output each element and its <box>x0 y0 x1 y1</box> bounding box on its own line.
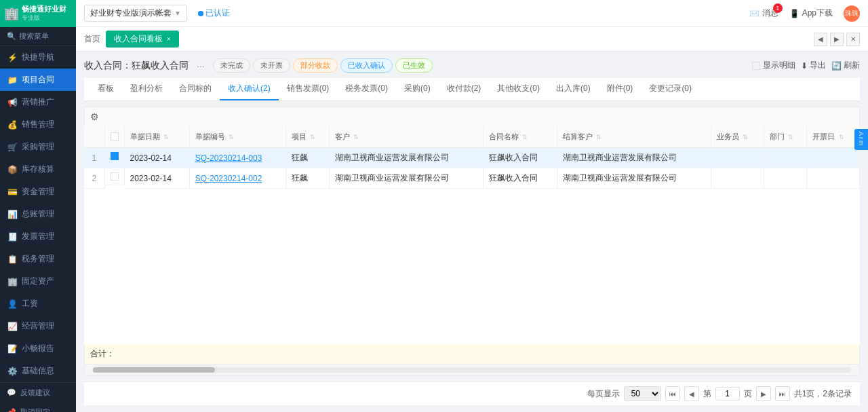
sidebar-pin[interactable]: 📌 取消固定 <box>0 402 76 412</box>
tab-changes[interactable]: 变更记录(0) <box>641 78 700 100</box>
th-date[interactable]: 单据日期 ⇅ <box>125 126 190 148</box>
tab-tax-invoice[interactable]: 税务发票(0) <box>337 78 396 100</box>
table-row[interactable]: 2 2023-02-14 SQ-20230214-002 狂飙 湖南卫视商业运营… <box>84 168 860 189</box>
scroll-thumb[interactable] <box>93 367 215 373</box>
tab-close-icon[interactable]: × <box>167 35 171 43</box>
status-buttons: 未完成 未开票 部分收款 已收入确认 已生效 <box>213 58 433 73</box>
row-checkbox-2[interactable] <box>111 172 119 181</box>
sidebar-item-assets[interactable]: 🏢 固定资产 <box>0 270 76 293</box>
th-project[interactable]: 项目 ⇅ <box>285 126 329 148</box>
status-partial[interactable]: 部分收款 <box>293 58 338 73</box>
th-settlement[interactable]: 结算客户 ⇅ <box>557 126 711 148</box>
tab-payment[interactable]: 收付款(2) <box>439 78 490 100</box>
status-uninvoiced[interactable]: 未开票 <box>253 58 290 73</box>
page-input[interactable]: 1 <box>715 387 740 400</box>
table-settings-icon[interactable]: ⚙ <box>90 111 99 122</box>
sidebar-item-label: 基础信息 <box>22 365 54 377</box>
sidebar-item-purchase[interactable]: 🛒 采购管理 <box>0 136 76 158</box>
breadcrumb[interactable]: 首页 <box>84 33 100 45</box>
show-detail-label: 显示明细 <box>763 60 795 71</box>
tab-confirm[interactable]: 收入确认(2) <box>220 78 279 100</box>
th-order-no[interactable]: 单据编号 ⇅ <box>189 126 285 148</box>
refresh-button[interactable]: 🔄 刷新 <box>831 60 860 71</box>
sidebar-item-report[interactable]: 📝 小畅报告 <box>0 337 76 360</box>
sidebar-item-label: 总账管理 <box>22 208 54 220</box>
th-customer[interactable]: 客户 ⇅ <box>329 126 483 148</box>
table-scrollbar[interactable] <box>84 364 860 376</box>
status-incomplete[interactable]: 未完成 <box>213 58 250 73</box>
cell-salesperson-2 <box>711 168 764 189</box>
tab-contract-dashboard[interactable]: 收入合同看板 × <box>106 31 179 48</box>
sidebar-item-quick[interactable]: ⚡ 快捷导航 <box>0 46 76 69</box>
row-check-1[interactable] <box>105 148 125 165</box>
sidebar-item-hr[interactable]: 👤 工资 <box>0 293 76 315</box>
tab-profit[interactable]: 盈利分析 <box>122 78 171 100</box>
tab-close-all-button[interactable]: ✕ <box>846 33 860 46</box>
cell-date-1: 2023-02-14 <box>125 148 190 168</box>
th-salesperson[interactable]: 业务员 ⇅ <box>711 126 764 148</box>
select-all-checkbox[interactable] <box>111 132 119 141</box>
sidebar-item-tax[interactable]: 📋 税务管理 <box>0 248 76 270</box>
user-profile[interactable]: 珠珠 <box>844 5 860 22</box>
page-last-button[interactable]: ⏭ <box>775 386 790 401</box>
page-prev-button[interactable]: ◀ <box>684 386 699 401</box>
tab-other-income[interactable]: 其他收支(0) <box>489 78 548 100</box>
pagination-info: 共1页，2条记录 <box>794 388 852 400</box>
sidebar-item-ops[interactable]: 📈 经营管理 <box>0 315 76 337</box>
show-detail-toggle[interactable]: 显示明细 <box>752 60 795 71</box>
sidebar-item-label: 税务管理 <box>22 253 54 265</box>
msg-badge: 1 <box>773 3 783 13</box>
app-logo: 🏢 畅捷通好业财 专业版 <box>0 0 76 27</box>
row-check-2[interactable] <box>105 168 125 185</box>
per-page-select[interactable]: 50 100 200 <box>624 386 661 401</box>
status-effective[interactable]: 已生效 <box>395 58 433 73</box>
sidebar-item-general[interactable]: 📊 总账管理 <box>0 203 76 225</box>
right-floating-panel[interactable]: Arm <box>854 129 868 150</box>
funds-icon: 💳 <box>7 187 18 198</box>
cell-customer-2: 湖南卫视商业运营发展有限公司 <box>329 168 483 189</box>
tab-purchase[interactable]: 采购(0) <box>396 78 439 100</box>
tab-prev-button[interactable]: ◀ <box>814 33 827 46</box>
tab-attachments[interactable]: 附件(0) <box>599 78 642 100</box>
page-next-button[interactable]: ▶ <box>756 386 771 401</box>
sidebar-item-basic[interactable]: ⚙️ 基础信息 <box>0 360 76 382</box>
company-selector[interactable]: 好业财专业版演示帐套 ▼ <box>84 5 187 22</box>
more-button[interactable]: ··· <box>197 60 205 71</box>
cell-orderno-2[interactable]: SQ-20230214-002 <box>189 168 285 189</box>
floating-label: Arm <box>858 132 865 147</box>
company-name: 好业财专业版演示帐套 <box>90 7 172 19</box>
order-link-2[interactable]: SQ-20230214-002 <box>195 174 262 183</box>
order-link-1[interactable]: SQ-20230214-003 <box>195 153 262 163</box>
cell-date-2: 2023-02-14 <box>125 168 190 189</box>
tab-dashboard[interactable]: 看板 <box>90 78 122 100</box>
sidebar-item-invoice[interactable]: 🧾 发票管理 <box>0 225 76 248</box>
msg-button[interactable]: ✉️ 1 消息 <box>749 7 778 19</box>
tab-sales-invoice[interactable]: 销售发票(0) <box>279 78 338 100</box>
th-contract-name[interactable]: 合同名称 ⇅ <box>483 126 557 148</box>
sidebar-item-sales[interactable]: 💰 销售管理 <box>0 113 76 136</box>
sidebar-item-funds[interactable]: 💳 资金管理 <box>0 181 76 203</box>
cell-customer-1: 湖南卫视商业运营发展有限公司 <box>329 148 483 168</box>
sidebar-item-project[interactable]: 📁 项目合同 <box>0 69 76 91</box>
tab-warehouse[interactable]: 出入库(0) <box>548 78 599 100</box>
export-button[interactable]: ⬇ 导出 <box>801 60 826 71</box>
cell-invoicedate-1 <box>807 148 860 168</box>
sidebar-item-label: 经营管理 <box>22 320 54 332</box>
sidebar-item-label: 工资 <box>22 298 38 310</box>
tab-next-button[interactable]: ▶ <box>830 33 844 46</box>
table-row[interactable]: 1 2023-02-14 SQ-20230214-003 狂飙 湖南卫视商业运营… <box>84 148 860 168</box>
sidebar-feedback[interactable]: 💬 反馈建议 <box>0 383 76 402</box>
page-first-button[interactable]: ⏮ <box>665 386 680 401</box>
sidebar-item-inventory[interactable]: 📦 库存核算 <box>0 158 76 181</box>
tab-standards[interactable]: 合同标的 <box>171 78 220 100</box>
logo-text: 畅捷通好业财 <box>22 5 66 14</box>
row-checkbox-1[interactable] <box>111 152 119 160</box>
app-download-button[interactable]: 📱 App下载 <box>789 7 833 19</box>
sidebar-item-marketing[interactable]: 📢 营销推广 <box>0 91 76 113</box>
cell-orderno-1[interactable]: SQ-20230214-003 <box>189 148 285 168</box>
th-department[interactable]: 部门 ⇅ <box>764 126 807 148</box>
sidebar-search[interactable]: 🔍 搜索菜单 <box>0 27 76 46</box>
th-invoice-date[interactable]: 开票日 ⇅ <box>807 126 860 148</box>
status-confirmed[interactable]: 已收入确认 <box>340 58 393 73</box>
orderno-sort-icon: ⇅ <box>229 134 234 141</box>
